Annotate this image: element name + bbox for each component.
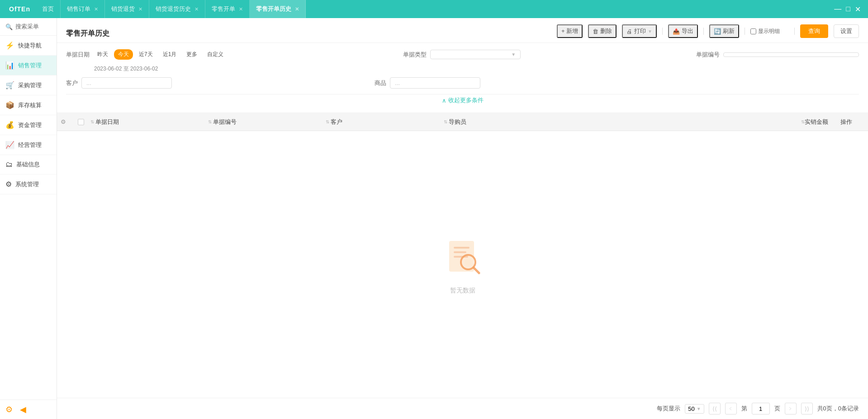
page-size-select[interactable]: 50 ▼ [685,404,704,414]
nav-tab-close-sales-return-history[interactable]: ✕ [194,6,199,12]
sidebar-icon-finance: 💰 [5,121,14,129]
add-button[interactable]: + 新增 [557,24,583,38]
prev-page-btn[interactable]: ﹤ [725,403,737,414]
show-detail-label: 显示明细 [758,28,780,35]
page-title: 零售开单历史 [66,29,109,38]
filter-order-no-input[interactable] [723,52,859,57]
nav-tab-close-sales-return[interactable]: ✕ [138,6,142,12]
date-btn-近7天[interactable]: 近7天 [135,49,157,60]
filter-product-item: 商品 ... [375,77,480,89]
date-btn-今天[interactable]: 今天 [114,49,133,60]
nav-tab-retail-open[interactable]: 零售开单✕ [205,0,250,18]
main-layout: 🔍 搜索采单 ⚡ 快捷导航 📊 销售管理 🛒 采购管理 📦 库存核算 💰 资金管… [0,18,868,419]
filter-order-type-select[interactable]: ▼ [430,50,521,59]
filter-order-no-item: 单据编号 [696,51,859,59]
toolbar-divider-4 [794,28,795,35]
table-settings-icon[interactable]: ⚙ [61,118,74,125]
date-btn-更多[interactable]: 更多 [182,49,201,60]
show-detail-checkbox[interactable] [750,28,756,34]
filter-date-range-row: 2023-06-02 至 2023-06-02 [66,65,859,73]
filter-customer-label: 客户 [66,79,78,87]
nav-tab-retail-open-history[interactable]: 零售开单历史✕ [250,0,306,18]
sidebar-item-quick-nav[interactable]: ⚡ 快捷导航 [0,36,57,56]
date-btn-近1月[interactable]: 近1月 [159,49,181,60]
nav-tab-sales-return[interactable]: 销货退货✕ [105,0,149,18]
collapse-label: 收起更多条件 [448,96,484,104]
filter-product-input[interactable]: ... [390,77,480,89]
export-icon: 📤 [673,28,680,35]
filter-product-placeholder: ... [395,80,400,86]
sidebar-label-purchase: 采购管理 [18,81,42,89]
nav-tab-label-retail-open: 零售开单 [212,5,235,13]
table-area: ⚙ ⇅ 单据日期 ⇅ 单据编号 ⇅ 客户 [57,113,868,398]
sidebar-settings-icon[interactable]: ⚙ [5,405,13,414]
print-icon: 🖨 [626,28,632,35]
sidebar-item-finance[interactable]: 💰 资金管理 [0,115,57,135]
sidebar-search[interactable]: 🔍 搜索采单 [0,18,57,36]
filter-customer-input[interactable]: ... [81,77,172,89]
next-page-btn[interactable]: ﹥ [785,403,797,414]
page-header: 零售开单历史 + 新增 🗑 删除 🖨 打印 ▼ 📤 导出 [57,18,868,43]
sidebar-item-system[interactable]: ⚙ 系统管理 [0,174,57,194]
sidebar-item-basic-info[interactable]: 🗂 基础信息 [0,155,57,174]
search-icon: 🔍 [5,24,13,30]
empty-illustration [440,234,485,279]
nav-tabs: OfTEn 首页销售订单✕销货退货✕销货退货历史✕零售开单✕零售开单历史✕ [4,0,834,18]
nav-tab-home[interactable]: 首页 [36,0,61,18]
filter-date-buttons: 昨天今天近7天近1月更多自定义 [93,49,228,60]
th-salesperson[interactable]: ⇅ 导购员 [441,114,559,130]
export-button[interactable]: 📤 导出 [668,24,698,38]
filter-date-range: 2023-06-02 至 2023-06-02 [94,65,158,73]
pagination-area: 每页显示 50 ▼ ⟨⟨ ﹤ 第 页 ﹥ ⟩⟩ 共0页，0条记录 [57,398,868,419]
filter-order-type-arrow: ▼ [511,52,516,57]
window-max-btn[interactable]: □ [846,5,850,13]
settings-button[interactable]: 设置 [834,24,859,38]
page-number-input[interactable] [752,403,770,414]
sidebar-label-inventory: 库存核算 [18,101,42,109]
delete-button[interactable]: 🗑 删除 [588,24,617,38]
nav-tab-close-retail-open-history[interactable]: ✕ [295,6,299,12]
th-date[interactable]: ⇅ 单据日期 [88,114,205,130]
refresh-button[interactable]: 🔄 刷新 [709,24,739,38]
print-button[interactable]: 🖨 打印 ▼ [622,24,657,38]
th-customer[interactable]: ⇅ 客户 [323,114,441,130]
sidebar-item-operations[interactable]: 📈 经营管理 [0,135,57,155]
table-select-all[interactable] [74,119,88,125]
sidebar-label-basic-info: 基础信息 [16,160,40,169]
nav-tab-sales-order[interactable]: 销售订单✕ [61,0,105,18]
th-no[interactable]: ⇅ 单据编号 [205,114,323,130]
svg-line-5 [474,268,479,273]
nav-tabs-list: 首页销售订单✕销货退货✕销货退货历史✕零售开单✕零售开单历史✕ [36,0,306,18]
empty-state: 暂无数据 [57,131,868,398]
svg-rect-1 [454,247,470,249]
filter-collapse-btn[interactable]: ∧ 收起更多条件 [66,94,859,106]
first-page-btn[interactable]: ⟨⟨ [709,403,721,414]
nav-tab-sales-return-history[interactable]: 销货退货历史✕ [149,0,205,18]
sidebar-collapse-icon[interactable]: ◀ [20,405,26,414]
print-dropdown-icon: ▼ [648,29,652,34]
empty-text: 暂无数据 [450,287,475,295]
toolbar-divider-3 [745,28,745,35]
last-page-btn[interactable]: ⟩⟩ [801,403,813,414]
show-detail-checkbox-label[interactable]: 显示明细 [750,28,780,35]
page-size-label: 每页显示 [657,405,680,413]
sidebar-label-system: 系统管理 [15,180,39,188]
th-amount[interactable]: ⇅ 实销金额 [783,118,828,126]
th-sort-icon-amount: ⇅ [801,119,805,124]
window-min-btn[interactable]: — [834,5,841,13]
total-info: 共0页，0条记录 [817,405,859,413]
select-all-checkbox[interactable] [78,119,84,125]
refresh-icon: 🔄 [714,28,721,35]
query-button[interactable]: 查询 [800,24,828,38]
window-close-btn[interactable]: ✕ [855,5,861,14]
sidebar-item-purchase[interactable]: 🛒 采购管理 [0,75,57,95]
date-btn-自定义[interactable]: 自定义 [203,49,228,60]
sidebar-search-label: 搜索采单 [15,23,39,31]
nav-tab-close-retail-open[interactable]: ✕ [239,6,243,12]
sidebar-item-inventory[interactable]: 📦 库存核算 [0,95,57,115]
nav-tab-label-sales-return-history: 销货退货历史 [156,5,191,13]
date-btn-昨天[interactable]: 昨天 [93,49,112,60]
sidebar-label-finance: 资金管理 [18,121,42,129]
nav-tab-close-sales-order[interactable]: ✕ [94,6,98,12]
sidebar-item-sales[interactable]: 📊 销售管理 [0,56,57,75]
